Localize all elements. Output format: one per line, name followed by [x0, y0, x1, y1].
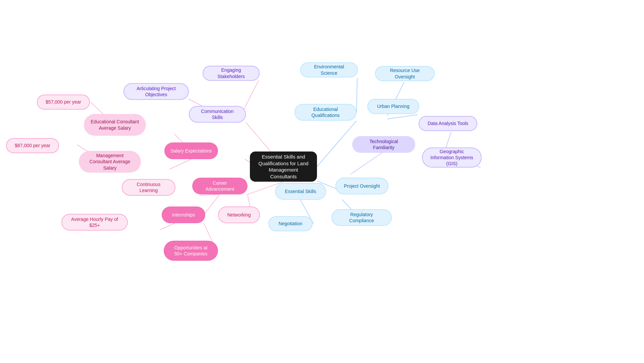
networking-node[interactable]: Networking — [218, 206, 260, 223]
center-node: Essential Skills and Qualifications for … — [250, 152, 317, 182]
articulating-project-node[interactable]: Articulating Project Objectives — [123, 83, 189, 100]
svg-line-14 — [317, 121, 357, 167]
continuous-learning-node[interactable]: Continuous Learning — [122, 179, 175, 196]
svg-line-17 — [387, 115, 418, 119]
salary-57k-node[interactable]: $57,000 per year — [37, 95, 90, 110]
svg-line-15 — [357, 78, 357, 112]
environmental-science-node[interactable]: Environmental Science — [300, 62, 358, 77]
project-oversight-node[interactable]: Project Oversight — [335, 178, 388, 194]
salary-expectations-node[interactable]: Salary Expectations — [164, 142, 218, 159]
svg-line-2 — [169, 159, 191, 169]
gis-node[interactable]: Geographic Information Systems (GIS) — [422, 147, 482, 168]
technological-familiarity-node[interactable]: Technological Familiarity — [352, 136, 415, 153]
svg-line-10 — [204, 194, 220, 215]
opportunities-node[interactable]: Opportunities at 50+ Companies — [164, 241, 218, 261]
regulatory-compliance-node[interactable]: Regulatory Compliance — [331, 209, 392, 226]
educational-qualifications-node[interactable]: Educational Qualifications — [294, 104, 357, 121]
educational-consultant-salary-node[interactable]: Educational Consultant Average Salary — [84, 114, 146, 136]
salary-87k-node[interactable]: $87,000 per year — [6, 138, 59, 153]
svg-line-18 — [351, 153, 382, 174]
data-analysis-node[interactable]: Data Analysis Tools — [419, 116, 477, 131]
resource-use-node[interactable]: Resource Use Oversight — [375, 66, 435, 81]
internships-node[interactable]: Internships — [162, 206, 205, 223]
engaging-stakeholders-node[interactable]: Engaging Stakeholders — [203, 66, 260, 81]
communication-skills-node[interactable]: Communication Skills — [189, 106, 246, 123]
negotiation-node[interactable]: Negotiation — [268, 216, 313, 231]
management-consultant-salary-node[interactable]: Management Consultant Average Salary — [79, 151, 141, 173]
svg-line-9 — [200, 194, 220, 195]
urban-planning-node[interactable]: Urban Planning — [367, 99, 419, 114]
career-advancement-node[interactable]: Career Advancement — [192, 178, 248, 194]
avg-hourly-node[interactable]: Average Hourly Pay of $25+ — [61, 214, 128, 231]
essential-skills-node[interactable]: Essential Skills — [275, 183, 326, 200]
